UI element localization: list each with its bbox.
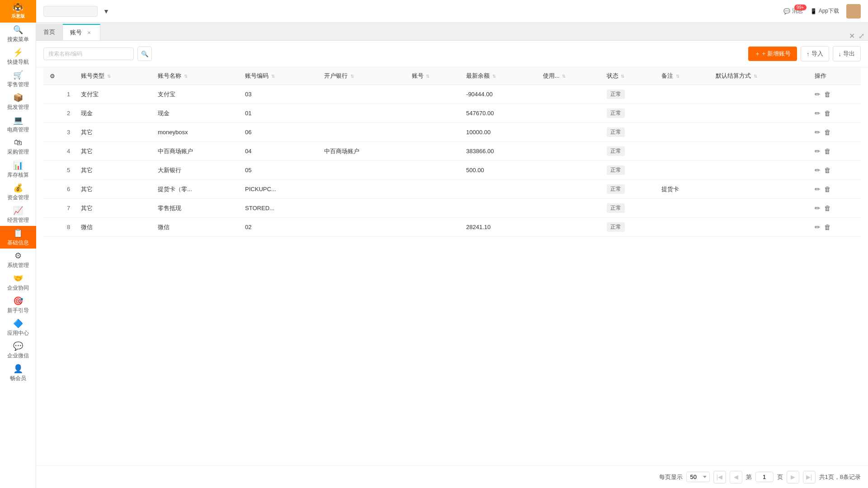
sidebar-item-system[interactable]: ⚙ 系统管理 [0,249,36,271]
message-button[interactable]: 💬 消息 99+ [783,7,803,15]
per-page-label: 每页显示 [659,473,683,481]
delete-button[interactable]: 🗑 [824,223,831,231]
sidebar-item-label: 电商管理 [7,126,29,134]
edit-button[interactable]: ✏ [815,128,821,136]
app-download-button[interactable]: 📱 App下载 [810,7,839,15]
th-type[interactable]: 账号类型 ⇅ [75,67,152,85]
sidebar: 🐯 乐意版 🔍 搜索菜单 ⚡ 快捷导航 🛒 零售管理 📦 批发管理 💻 电商管理… [0,0,36,488]
th-default-pay[interactable]: 默认结算方式 ⇅ [710,67,809,85]
edit-button[interactable]: ✏ [815,147,821,155]
delete-button[interactable]: 🗑 [824,166,831,174]
status-badge: 正常 [607,108,625,118]
sidebar-item-search[interactable]: 🔍 搜索菜单 [0,23,36,45]
tab-home-label: 首页 [43,28,55,36]
row-balance: 547670.00 [461,104,538,123]
header-dropdown-icon[interactable]: ▼ [103,8,109,15]
table-body: 1 支付宝 支付宝 03 -90444.00 正常 ✏ 🗑 2 现金 现金 01 [43,85,861,237]
header-left: ▼ [43,6,109,17]
row-action: ✏ 🗑 [809,123,861,142]
delete-button[interactable]: 🗑 [824,128,831,136]
tab-home[interactable]: 首页 [36,24,63,40]
th-action: 操作 [809,67,861,85]
row-code: 04 [240,142,319,161]
edit-button[interactable]: ✏ [815,185,821,193]
delete-button[interactable]: 🗑 [824,90,831,99]
th-num [61,67,75,85]
tab-account[interactable]: 账号 ✕ [63,24,100,40]
export-button[interactable]: ↓ 导出 [833,46,861,61]
row-remark [656,142,710,161]
guide-icon: 🎯 [13,296,23,306]
row-status: 正常 [601,123,656,142]
tab-expand-area: ✕ ⤢ [849,32,864,40]
sidebar-item-label: 应用中心 [7,329,29,337]
tab-expand-icon[interactable]: ⤢ [859,32,864,40]
delete-button[interactable]: 🗑 [824,147,831,155]
th-status[interactable]: 状态 ⇅ [601,67,656,85]
row-remark [656,199,710,218]
th-name[interactable]: 账号名称 ⇅ [152,67,240,85]
row-settings [43,161,61,180]
system-icon: ⚙ [14,251,22,261]
collab-icon: 🤝 [13,273,23,283]
sidebar-item-ecommerce[interactable]: 💻 电商管理 [0,113,36,136]
edit-button[interactable]: ✏ [815,204,821,212]
th-balance[interactable]: 最新余额 ⇅ [461,67,538,85]
th-bank[interactable]: 开户银行 ⇅ [319,67,406,85]
add-account-button[interactable]: ＋ + 新增账号 [748,47,797,61]
sidebar-item-app-center[interactable]: 🔷 应用中心 [0,316,36,339]
per-page-select[interactable]: 50 100 200 [686,472,710,482]
tab-close-icon[interactable]: ✕ [85,29,93,36]
row-default-pay [710,104,809,123]
edit-button[interactable]: ✏ [815,166,821,174]
sidebar-item-purchase[interactable]: 🛍 采购管理 [0,136,36,158]
row-code: PICKUPC... [240,180,319,199]
row-balance: 500.00 [461,161,538,180]
row-balance [461,180,538,199]
accounts-table: ⚙ 账号类型 ⇅ 账号名称 ⇅ 账号编码 ⇅ 开户银行 ⇅ 账号 ⇅ 最新余额 … [43,67,861,237]
first-page-button[interactable]: |◀ [713,471,726,483]
sidebar-item-label: 企业微信 [7,352,29,360]
last-page-button[interactable]: ▶| [803,471,816,483]
row-status: 正常 [601,104,656,123]
edit-button[interactable]: ✏ [815,109,821,117]
table-row: 1 支付宝 支付宝 03 -90444.00 正常 ✏ 🗑 [43,85,861,104]
sidebar-item-operations[interactable]: 📈 经营管理 [0,203,36,226]
row-usage [538,199,601,218]
sidebar-item-wholesale[interactable]: 📦 批发管理 [0,90,36,113]
row-bank [319,104,406,123]
sidebar-item-quick-nav[interactable]: ⚡ 快捷导航 [0,45,36,68]
tab-close-all-icon[interactable]: ✕ [849,32,855,40]
header-search-input[interactable] [43,6,98,17]
delete-button[interactable]: 🗑 [824,185,831,193]
sidebar-item-inventory[interactable]: 📊 库存核算 [0,158,36,181]
delete-button[interactable]: 🗑 [824,109,831,117]
import-button[interactable]: ↑ 导入 [801,46,829,61]
next-page-button[interactable]: ▶ [787,471,799,483]
edit-button[interactable]: ✏ [815,90,821,99]
sidebar-item-finance[interactable]: 💰 资金管理 [0,181,36,203]
th-account[interactable]: 账号 ⇅ [406,67,461,85]
th-remark[interactable]: 备注 ⇅ [656,67,710,85]
th-code[interactable]: 账号编码 ⇅ [240,67,319,85]
sidebar-item-guide[interactable]: 🎯 新手引导 [0,294,36,316]
row-account [406,104,461,123]
page-input[interactable] [755,472,774,482]
user-avatar[interactable] [846,4,861,19]
sidebar-item-basic-info[interactable]: 📋 基础信息 [0,226,36,249]
th-usage[interactable]: 使用... ⇅ [538,67,601,85]
row-remark [656,123,710,142]
search-input[interactable] [43,47,134,60]
delete-button[interactable]: 🗑 [824,204,831,212]
row-status: 正常 [601,85,656,104]
th-settings[interactable]: ⚙ [43,67,61,85]
row-name: 大新银行 [152,161,240,180]
sidebar-item-wechat[interactable]: 💬 企业微信 [0,339,36,361]
search-button[interactable]: 🔍 [137,47,152,61]
edit-button[interactable]: ✏ [815,223,821,231]
prev-page-button[interactable]: ◀ [730,471,742,483]
sidebar-item-retail[interactable]: 🛒 零售管理 [0,68,36,90]
message-icon: 💬 [783,8,790,14]
sidebar-item-collab[interactable]: 🤝 企业协同 [0,271,36,294]
sidebar-item-member[interactable]: 👤 畅会员 [0,361,36,384]
